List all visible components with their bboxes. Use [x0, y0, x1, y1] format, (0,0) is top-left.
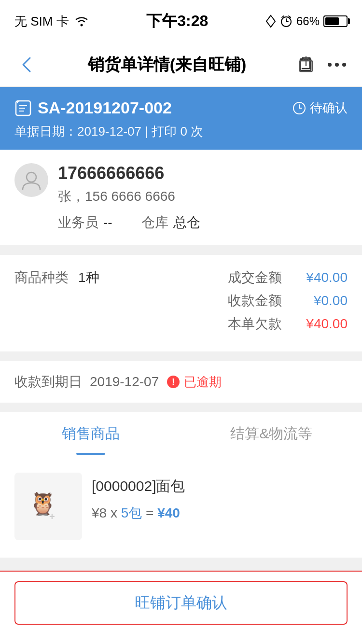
battery-icon: [323, 15, 348, 27]
transaction-amount-row: 成交金额 ¥40.00: [228, 268, 348, 287]
salesperson-label: 业务员: [58, 213, 98, 232]
balance-due-row: 本单欠款 ¥40.00: [228, 315, 348, 333]
product-types-value: 1种: [78, 268, 99, 287]
confirm-button[interactable]: 旺铺订单确认: [14, 581, 348, 625]
location-icon: [265, 14, 276, 28]
more-button[interactable]: [326, 54, 348, 75]
warehouse-value: 总仓: [173, 213, 200, 232]
share-button[interactable]: [295, 54, 317, 75]
product-logo: 🦉 +: [24, 487, 72, 526]
nav-actions: [295, 54, 348, 75]
order-id-text: SA-20191207-002: [38, 98, 172, 117]
product-details: [0000002]面包 ¥8 x 5包 = ¥40: [92, 473, 348, 522]
due-date-value: 2019-12-07: [90, 374, 159, 390]
product-item: 🦉 + [0000002]面包 ¥8 x 5包 = ¥40: [14, 465, 348, 548]
svg-point-0: [80, 24, 83, 27]
product-types-label: 商品种类: [14, 268, 69, 287]
svg-text:!: !: [172, 377, 175, 387]
order-status-text: 待确认: [310, 99, 348, 116]
overdue-badge: ! 已逾期: [167, 374, 222, 391]
warehouse-label: 仓库: [141, 213, 168, 232]
order-status: 待确认: [292, 99, 348, 116]
page-title: 销货单详情(来自旺铺): [88, 54, 247, 76]
overdue-text: 已逾期: [184, 374, 222, 391]
customer-section: 17666666666 张，156 6666 6666 业务员 -- 仓库 总仓: [0, 150, 362, 245]
product-price-row: ¥8 x 5包 = ¥40: [92, 504, 348, 522]
payment-amount-row: 收款金额 ¥0.00: [228, 292, 348, 310]
tab-settlement[interactable]: 结算&物流等: [181, 412, 362, 455]
stats-section: 商品种类 1种 成交金额 ¥40.00 收款金额 ¥0.00 本单欠款 ¥40.…: [0, 255, 362, 351]
status-time: 下午3:28: [146, 11, 208, 32]
warehouse-item: 仓库 总仓: [141, 213, 200, 232]
svg-point-11: [342, 63, 346, 67]
product-name: [0000002]面包: [92, 476, 348, 496]
due-date-section: 收款到期日 2019-12-07 ! 已逾期: [0, 361, 362, 403]
product-price: ¥8 x: [92, 505, 121, 520]
customer-phone-number: 17666666666: [58, 163, 348, 183]
avatar-icon: [21, 169, 42, 191]
svg-point-19: [27, 172, 36, 182]
svg-text:+: +: [49, 511, 55, 522]
alarm-icon: [280, 15, 292, 28]
salesperson-item: 业务员 --: [58, 213, 112, 232]
clock-icon: [292, 101, 306, 115]
wifi-icon: [74, 15, 89, 27]
customer-info: 17666666666 张，156 6666 6666 业务员 -- 仓库 总仓: [58, 163, 348, 232]
battery-percent: 66%: [296, 14, 320, 28]
status-bar: 无 SIM 卡 下午3:28 66%: [0, 0, 362, 42]
product-list: 🦉 + [0000002]面包 ¥8 x 5包 = ¥40: [0, 455, 362, 558]
nav-bar: 销货单详情(来自旺铺): [0, 42, 362, 87]
tab-sales-products[interactable]: 销售商品: [0, 412, 181, 455]
payment-amount-label: 收款金额: [228, 292, 282, 310]
tab-settlement-label: 结算&物流等: [230, 424, 312, 444]
balance-due-value: ¥40.00: [290, 316, 348, 332]
avatar: [14, 163, 48, 197]
order-id-row: SA-20191207-002 待确认: [14, 98, 348, 117]
stats-left: 商品种类 1种: [14, 268, 99, 287]
order-icon: [14, 99, 32, 117]
transaction-amount-label: 成交金额: [228, 268, 282, 287]
warning-icon: !: [167, 375, 180, 389]
tab-sales-label: 销售商品: [62, 424, 120, 444]
payment-amount-value: ¥0.00: [290, 293, 348, 308]
svg-point-9: [328, 63, 332, 67]
tabs-section: 销售商品 结算&物流等: [0, 412, 362, 455]
product-thumbnail: 🦉 +: [14, 473, 82, 540]
due-date-label: 收款到期日: [14, 373, 82, 391]
order-id: SA-20191207-002: [14, 98, 172, 117]
status-right: 66%: [265, 14, 348, 28]
carrier-text: 无 SIM 卡: [14, 13, 69, 30]
order-header: SA-20191207-002 待确认 单据日期：2019-12-07 | 打印…: [0, 87, 362, 150]
bottom-bar: 旺铺订单确认: [0, 571, 362, 644]
back-button[interactable]: [14, 53, 39, 77]
salesperson-value: --: [103, 215, 112, 230]
product-equals: =: [142, 505, 157, 520]
tabs-row: 销售商品 结算&物流等: [0, 412, 362, 455]
transaction-amount-value: ¥40.00: [290, 270, 348, 285]
status-carrier: 无 SIM 卡: [14, 13, 89, 30]
balance-due-label: 本单欠款: [228, 315, 282, 333]
customer-row: 17666666666 张，156 6666 6666 业务员 -- 仓库 总仓: [14, 163, 348, 232]
product-total: ¥40: [157, 505, 180, 520]
product-quantity: 5包: [121, 505, 142, 520]
order-date: 单据日期：2019-12-07 | 打印 0 次: [14, 123, 348, 140]
svg-point-10: [335, 63, 339, 67]
customer-meta: 业务员 -- 仓库 总仓: [58, 213, 348, 232]
stats-right: 成交金额 ¥40.00 收款金额 ¥0.00 本单欠款 ¥40.00: [228, 268, 348, 338]
customer-name-alt: 张，156 6666 6666: [58, 187, 348, 206]
